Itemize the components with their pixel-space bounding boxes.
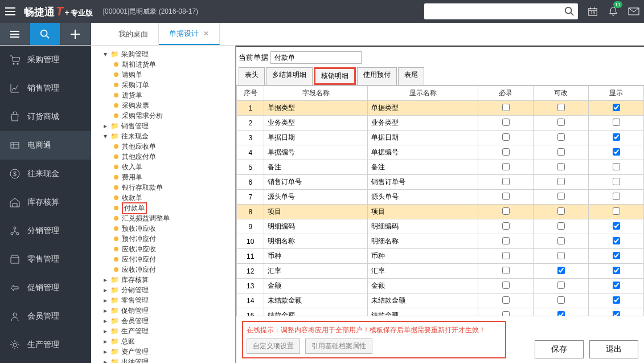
sub-tab-表尾[interactable]: 表尾 bbox=[398, 67, 424, 85]
col-header[interactable]: 必录 bbox=[478, 86, 534, 101]
tree-item-请购单[interactable]: 请购单 bbox=[92, 70, 234, 80]
nav-item-分销管理[interactable]: 分销管理 bbox=[0, 217, 91, 245]
show-checkbox[interactable] bbox=[613, 252, 620, 259]
nav-item-会员管理[interactable]: 会员管理 bbox=[0, 302, 91, 331]
table-row[interactable]: 12汇率汇率 bbox=[237, 264, 644, 279]
required-checkbox[interactable] bbox=[502, 133, 510, 141]
nav-item-促销管理[interactable]: 促销管理 bbox=[0, 274, 91, 302]
expand-icon[interactable]: ▸ bbox=[102, 358, 108, 363]
table-row[interactable]: 1单据类型单据类型 bbox=[237, 101, 644, 116]
expand-icon[interactable]: ▸ bbox=[102, 286, 108, 294]
editable-checkbox[interactable] bbox=[557, 163, 565, 170]
tree-item-其他应付单[interactable]: 其他应付单 bbox=[92, 152, 234, 162]
current-bill-input[interactable] bbox=[270, 51, 362, 64]
required-checkbox[interactable] bbox=[502, 178, 510, 185]
table-row[interactable]: 4单据编号单据编号 bbox=[237, 145, 644, 160]
editable-checkbox[interactable] bbox=[557, 133, 565, 141]
col-header[interactable]: 字段名称 bbox=[264, 86, 368, 101]
expand-icon[interactable]: ▸ bbox=[102, 337, 108, 345]
show-checkbox[interactable] bbox=[613, 193, 620, 200]
nav-item-往来现金[interactable]: $往来现金 bbox=[0, 160, 91, 188]
add-icon[interactable] bbox=[60, 23, 91, 45]
table-row[interactable]: 6销售订单号销售订单号 bbox=[237, 175, 644, 190]
show-checkbox[interactable] bbox=[613, 207, 620, 215]
show-checkbox[interactable] bbox=[613, 267, 620, 274]
expand-icon[interactable]: ▸ bbox=[102, 327, 108, 335]
table-row[interactable]: 7源头单号源头单号 bbox=[237, 190, 644, 205]
tree-folder-库存核算[interactable]: ▸📁库存核算 bbox=[92, 275, 234, 285]
editable-checkbox[interactable] bbox=[557, 252, 565, 259]
col-header[interactable]: 可改 bbox=[534, 86, 589, 101]
sub-tab-核销明细[interactable]: 核销明细 bbox=[314, 67, 356, 85]
toggle-nav-icon[interactable] bbox=[0, 23, 30, 45]
search-input[interactable] bbox=[424, 7, 561, 15]
tree-item-采购需求分析[interactable]: 采购需求分析 bbox=[92, 111, 234, 121]
expand-icon[interactable]: ▸ bbox=[102, 122, 108, 130]
tree-item-应收冲应付[interactable]: 应收冲应付 bbox=[92, 264, 234, 275]
nav-search-icon[interactable] bbox=[30, 23, 60, 45]
collapse-icon[interactable]: ▾ bbox=[102, 50, 108, 58]
table-row[interactable]: 15结款金额结款金额 bbox=[237, 308, 644, 316]
nav-item-订货商城[interactable]: 订货商城 bbox=[0, 103, 91, 131]
tree-folder-零售管理[interactable]: ▸📁零售管理 bbox=[92, 295, 234, 305]
table-row[interactable]: 5备注备注 bbox=[237, 160, 644, 175]
editable-checkbox[interactable] bbox=[557, 222, 565, 230]
tab-desktop[interactable]: 我的桌面 bbox=[108, 23, 159, 45]
editable-checkbox[interactable] bbox=[557, 207, 565, 215]
tree-item-付款单[interactable]: 付款单 bbox=[92, 203, 234, 213]
search-icon[interactable] bbox=[561, 3, 578, 19]
required-checkbox[interactable] bbox=[502, 282, 510, 289]
table-row[interactable]: 14未结款金额未结款金额 bbox=[237, 293, 644, 308]
editable-checkbox[interactable] bbox=[557, 178, 565, 185]
tree-item-采购发票[interactable]: 采购发票 bbox=[92, 100, 234, 111]
tree-item-汇兑损益调整单[interactable]: 汇兑损益调整单 bbox=[92, 213, 234, 223]
required-checkbox[interactable] bbox=[502, 163, 510, 170]
nav-item-电商通[interactable]: 电商通 bbox=[0, 131, 91, 160]
exit-button[interactable]: 退出 bbox=[589, 340, 638, 358]
tree-item-预付冲应付[interactable]: 预付冲应付 bbox=[92, 234, 234, 244]
sub-tab-表头[interactable]: 表头 bbox=[239, 67, 265, 85]
tree-item-费用单[interactable]: 费用单 bbox=[92, 172, 234, 182]
table-row[interactable]: 2业务类型业务类型 bbox=[237, 116, 644, 130]
nav-item-销售管理[interactable]: 销售管理 bbox=[0, 74, 91, 103]
show-checkbox[interactable] bbox=[613, 148, 620, 156]
col-header[interactable]: 显示名称 bbox=[368, 86, 478, 101]
notification-icon[interactable]: 11 bbox=[603, 0, 624, 23]
expand-icon[interactable]: ▸ bbox=[102, 348, 108, 356]
nav-item-生产管理[interactable]: 生产管理 bbox=[0, 331, 91, 359]
tree-folder-采购管理[interactable]: ▾📁采购管理 bbox=[92, 49, 234, 59]
col-header[interactable]: 显示 bbox=[589, 86, 644, 101]
show-checkbox[interactable] bbox=[613, 237, 620, 244]
tree-folder-销售管理[interactable]: ▸📁销售管理 bbox=[92, 121, 234, 131]
required-checkbox[interactable] bbox=[502, 104, 510, 111]
show-checkbox[interactable] bbox=[613, 311, 620, 316]
editable-checkbox[interactable] bbox=[557, 282, 565, 289]
editable-checkbox[interactable] bbox=[557, 119, 565, 126]
tree-folder-会员管理[interactable]: ▸📁会员管理 bbox=[92, 316, 234, 326]
sub-tab-多结算明细[interactable]: 多结算明细 bbox=[266, 67, 313, 85]
show-checkbox[interactable] bbox=[613, 296, 620, 304]
tree-folder-资产管理[interactable]: ▸📁资产管理 bbox=[92, 346, 234, 357]
tree-item-收款单[interactable]: 收款单 bbox=[92, 193, 234, 203]
collapse-icon[interactable]: ▾ bbox=[102, 132, 108, 140]
show-checkbox[interactable] bbox=[613, 133, 620, 141]
tree-item-采购订单[interactable]: 采购订单 bbox=[92, 80, 234, 90]
ref-archive-button[interactable]: 引用基础档案属性 bbox=[305, 338, 372, 354]
editable-checkbox[interactable] bbox=[557, 104, 565, 111]
table-row[interactable]: 3单据日期单据日期 bbox=[237, 130, 644, 145]
tree-folder-往来现金[interactable]: ▾📁往来现金 bbox=[92, 131, 234, 141]
editable-checkbox[interactable] bbox=[557, 267, 565, 274]
tree-folder-分销管理[interactable]: ▸📁分销管理 bbox=[92, 285, 234, 295]
custom-fields-button[interactable]: 自定义项设置 bbox=[247, 338, 300, 354]
required-checkbox[interactable] bbox=[502, 222, 510, 230]
required-checkbox[interactable] bbox=[502, 267, 510, 274]
expand-icon[interactable]: ▸ bbox=[102, 276, 108, 284]
tree-item-期初进货单[interactable]: 期初进货单 bbox=[92, 59, 234, 70]
show-checkbox[interactable] bbox=[613, 163, 620, 170]
mail-icon[interactable] bbox=[624, 0, 644, 23]
editable-checkbox[interactable] bbox=[557, 237, 565, 244]
required-checkbox[interactable] bbox=[502, 119, 510, 126]
tree-item-应收冲应收[interactable]: 应收冲应收 bbox=[92, 244, 234, 254]
tab-bill-design[interactable]: 单据设计 ✕ bbox=[159, 23, 220, 45]
tree-item-预收冲应收[interactable]: 预收冲应收 bbox=[92, 223, 234, 234]
